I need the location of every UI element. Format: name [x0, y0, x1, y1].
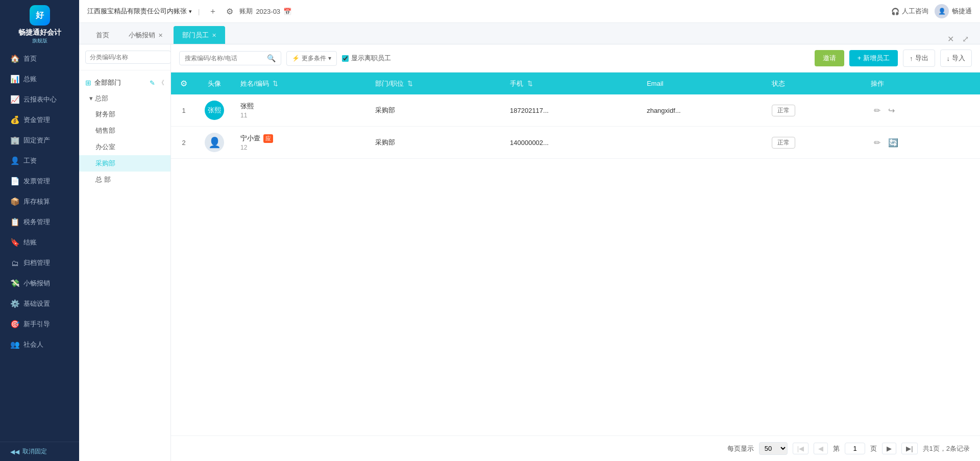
main-area: 江西服宝精品有限责任公司内账张 ▾ | ＋ ⚙ 账期 2023-03 📅 🎧 人… [79, 0, 980, 461]
logout-employee-button[interactable]: ↪ [885, 105, 898, 116]
unpin-label: 取消固定 [22, 447, 47, 456]
sidebar-item-归档管理[interactable]: 🗂 归档管理 [0, 253, 79, 273]
th-dept[interactable]: 部门/职位 ⇅ [367, 72, 502, 94]
th-name[interactable]: 姓名/编码 ⇅ [232, 72, 367, 94]
prev-page-button[interactable]: ◀ [814, 443, 828, 454]
sidebar-item-总账[interactable]: 📊 总账 [0, 69, 79, 89]
row-name-cell: 张熙 11 [232, 94, 367, 127]
sidebar-item-资金管理[interactable]: 💰 资金管理 [0, 110, 79, 130]
settings-icon[interactable]: ⚙ [226, 7, 233, 16]
import-button[interactable]: ↓ 导入 [940, 50, 972, 67]
nav-label: 资金管理 [23, 115, 50, 125]
page-input[interactable] [845, 443, 865, 454]
sidebar-item-库存核算[interactable]: 📦 库存核算 [0, 191, 79, 212]
logo-badge: 旗舰版 [32, 37, 47, 44]
dept-item-bangong[interactable]: 办公室 [79, 139, 170, 155]
sidebar-item-小畅报销[interactable]: 💸 小畅报销 [0, 273, 79, 294]
dept-item-caiwu[interactable]: 财务部 [79, 106, 170, 123]
search-icon[interactable]: 🔍 [267, 54, 276, 62]
export-button[interactable]: ↑ 导出 [903, 50, 935, 67]
last-page-button[interactable]: ▶| [901, 443, 917, 454]
expand-icon[interactable]: ⤢ [959, 34, 972, 44]
delete-employee-button[interactable]: 🔄 [885, 137, 901, 149]
sidebar-item-云报表中心[interactable]: 📈 云报表中心 [0, 89, 79, 110]
per-page-label: 每页显示 [727, 444, 754, 453]
nav-label: 首页 [23, 54, 37, 63]
tab-expense[interactable]: 小畅报销 ✕ [120, 26, 172, 44]
all-dept-label: 全部部门 [94, 78, 146, 87]
sidebar: 好 畅捷通好会计 旗舰版 🏠 首页📊 总账📈 云报表中心💰 资金管理🏢 固定资产… [0, 0, 79, 461]
nav-icon: 👥 [10, 340, 19, 349]
tab-dept-close[interactable]: ✕ [212, 32, 216, 39]
nav-icon: 📊 [10, 75, 19, 84]
dept-search-input[interactable] [85, 51, 171, 64]
total-info: 共1页，2条记录 [923, 444, 970, 453]
edit-employee-button[interactable]: ✏ [871, 105, 884, 116]
sidebar-item-新手引导[interactable]: 🎯 新手引导 [0, 314, 79, 334]
sidebar-item-工资[interactable]: 👤 工资 [0, 151, 79, 171]
dept-item-zongbu[interactable]: 总 部 [79, 172, 170, 188]
nav-label: 基础设置 [23, 299, 50, 308]
employee-name: 张熙 [240, 102, 359, 111]
th-phone[interactable]: 手机 ⇅ [502, 72, 639, 94]
tab-home[interactable]: 首页 [87, 26, 118, 44]
tab-home-label: 首页 [96, 31, 109, 40]
nav-icon: 💰 [10, 115, 19, 125]
th-email: Email [639, 72, 764, 94]
nav-label: 税务管理 [23, 217, 50, 227]
dept-panel: 🔍 ⊞ 全部部门 ✎ 《 ▾ 总部 财务部 销售部 办公室 采购部 总 部 [79, 44, 171, 461]
tab-dept[interactable]: 部门员工 ✕ [174, 26, 225, 44]
employee-search-input[interactable] [185, 55, 264, 62]
page-label: 第 [833, 444, 840, 453]
calendar-icon[interactable]: 📅 [283, 8, 291, 15]
company-selector[interactable]: 江西服宝精品有限责任公司内账张 ▾ [87, 7, 192, 16]
employee-name: 宁小壹 [240, 134, 260, 143]
topbar: 江西服宝精品有限责任公司内账张 ▾ | ＋ ⚙ 账期 2023-03 📅 🎧 人… [79, 0, 980, 23]
column-settings-button[interactable]: ⚙ [180, 79, 187, 88]
sidebar-item-发票管理[interactable]: 📄 发票管理 [0, 171, 79, 191]
show-left-checkbox[interactable]: 显示离职员工 [342, 54, 391, 63]
unpin-button[interactable]: ◀◀ 取消固定 [0, 442, 79, 461]
dept-item-xiaoshou[interactable]: 销售部 [79, 123, 170, 139]
user-menu[interactable]: 👤 畅捷通 [935, 4, 972, 18]
show-left-input[interactable] [342, 55, 349, 62]
th-avatar: 头像 [197, 72, 232, 94]
invite-button[interactable]: 邀请 [815, 50, 844, 66]
filter-button[interactable]: ⚡ 更多条件 ▾ [286, 51, 337, 66]
sidebar-item-社会人[interactable]: 👥 社会人 [0, 334, 79, 355]
edit-dept-icon[interactable]: ✎ [150, 79, 155, 87]
page-content: 🔍 ⊞ 全部部门 ✎ 《 ▾ 总部 财务部 销售部 办公室 采购部 总 部 [79, 44, 980, 461]
import-icon: ↓ [947, 55, 950, 62]
close-window-icon[interactable]: ✕ [942, 34, 959, 44]
sidebar-item-固定资产[interactable]: 🏢 固定资产 [0, 130, 79, 151]
row-status: 正常 [764, 127, 863, 159]
nav-icon: 🔖 [10, 238, 19, 247]
pagination-bar: 每页显示 50 10 20 100 |◀ ◀ 第 页 ▶ ▶| 共1页，2条记录 [171, 435, 980, 461]
import-label: 导入 [952, 54, 965, 63]
per-page-select[interactable]: 50 10 20 100 [759, 442, 788, 455]
tab-expense-close[interactable]: ✕ [158, 32, 163, 39]
next-page-button[interactable]: ▶ [882, 443, 896, 454]
dept-item-caigou[interactable]: 采购部 [79, 155, 170, 172]
grid-icon: ⊞ [85, 79, 91, 87]
row-actions: ✏ ↪ [863, 94, 980, 127]
filter-icon: ⚡ [292, 55, 300, 62]
period-value: 2023-03 [256, 8, 280, 15]
sidebar-item-基础设置[interactable]: ⚙️ 基础设置 [0, 294, 79, 314]
page-suffix: 页 [870, 444, 877, 453]
collapse-icon[interactable]: 《 [158, 79, 164, 87]
employee-code: 12 [240, 144, 359, 151]
headphone-icon: 🎧 [891, 8, 899, 15]
add-company-icon[interactable]: ＋ [206, 5, 220, 18]
edit-employee-button[interactable]: ✏ [871, 137, 884, 149]
all-dept-item[interactable]: ⊞ 全部部门 ✎ 《 [79, 75, 170, 91]
sidebar-item-税务管理[interactable]: 📋 税务管理 [0, 212, 79, 232]
row-avatar: 张熙 [197, 94, 232, 127]
add-employee-button[interactable]: + 新增员工 [849, 50, 898, 66]
show-left-label: 显示离职员工 [351, 54, 391, 63]
sidebar-item-首页[interactable]: 🏠 首页 [0, 48, 79, 69]
nav-icon: 📈 [10, 95, 19, 104]
first-page-button[interactable]: |◀ [793, 443, 808, 454]
sidebar-item-结账[interactable]: 🔖 结账 [0, 232, 79, 253]
service-button[interactable]: 🎧 人工咨询 [891, 7, 928, 16]
